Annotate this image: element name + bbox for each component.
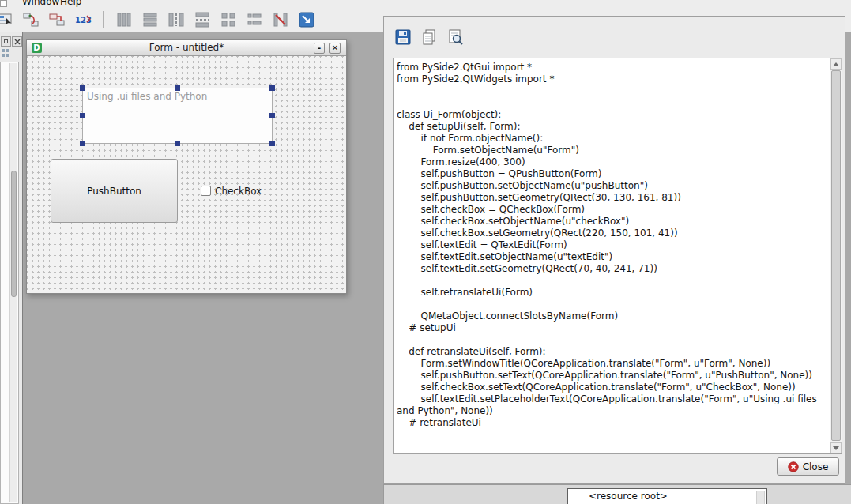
edit-buddies-button[interactable]	[47, 10, 66, 29]
checkbox-indicator[interactable]	[201, 186, 211, 196]
break-layout-icon	[272, 11, 289, 28]
layout-splitter-horizontal-button[interactable]	[167, 10, 186, 29]
widget-box-scrollbar-thumb[interactable]	[11, 171, 17, 297]
find-button[interactable]	[446, 28, 465, 47]
menu-window[interactable]: Window	[22, 0, 59, 7]
menu-corner-icon	[0, 0, 7, 7]
layout-horizontal-icon	[115, 11, 133, 28]
close-red-icon	[788, 461, 799, 472]
form-window-title: Form - untitled*	[27, 42, 346, 53]
layout-grid-button[interactable]	[219, 10, 238, 29]
form-minimize-button[interactable]: -	[314, 43, 325, 54]
form-canvas[interactable]: Using .ui files and Python PushButton Ch…	[27, 56, 346, 293]
selection-handle-middle-left[interactable]	[80, 113, 85, 118]
layout-splitter-vertical-icon	[194, 11, 211, 28]
edit-widgets-button[interactable]	[0, 10, 14, 29]
toolbar-separator	[103, 11, 104, 28]
widget-box-icon	[2, 49, 10, 58]
textedit-placeholder: Using .ui files and Python	[83, 88, 272, 104]
layout-form-button[interactable]	[245, 10, 264, 29]
copy-icon	[420, 28, 438, 46]
edit-signals-slots-button[interactable]	[21, 10, 40, 29]
close-icon	[14, 39, 21, 45]
arrow-down-icon	[833, 446, 839, 450]
dock-close-button[interactable]	[12, 36, 22, 47]
qt-designer-screen: Window Help	[0, 0, 851, 504]
widget-box-scrollbar[interactable]	[9, 63, 17, 502]
close-button-label: Close	[803, 461, 829, 472]
textedit-widget[interactable]: Using .ui files and Python	[82, 88, 273, 144]
layout-vertical-icon	[141, 11, 159, 28]
resource-tree-scrollbar[interactable]	[756, 491, 765, 504]
layout-vertical-button[interactable]	[141, 10, 160, 29]
save-button[interactable]	[393, 28, 412, 47]
menu-help[interactable]: Help	[60, 0, 81, 7]
layout-splitter-horizontal-icon	[168, 11, 185, 28]
layout-horizontal-button[interactable]	[115, 10, 134, 29]
layout-grid-icon	[220, 11, 237, 28]
dock-float-button[interactable]	[1, 36, 11, 47]
selection-handle-top-left[interactable]	[80, 85, 85, 91]
edit-widgets-icon	[0, 11, 13, 28]
layout-splitter-vertical-button[interactable]	[193, 10, 212, 29]
selection-handle-top-middle[interactable]	[175, 85, 180, 91]
resource-root-item[interactable]: <resource root>	[568, 489, 766, 502]
save-icon	[394, 28, 412, 46]
form-window-titlebar[interactable]: D Form - untitled* - ✕	[27, 40, 346, 56]
selection-handle-bottom-middle[interactable]	[175, 141, 180, 146]
close-button[interactable]: Close	[777, 457, 839, 476]
float-icon	[4, 39, 8, 43]
code-vertical-scrollbar[interactable]	[830, 58, 842, 453]
edit-buddies-icon	[48, 11, 66, 28]
find-icon	[446, 28, 464, 46]
copy-button[interactable]	[420, 28, 439, 47]
edit-tab-order-icon: 123	[74, 11, 92, 28]
checkbox-label: CheckBox	[215, 186, 262, 197]
main-toolbar: 123	[0, 9, 316, 31]
checkbox-widget[interactable]: CheckBox	[201, 175, 281, 207]
adjust-size-button[interactable]	[297, 10, 316, 29]
layout-form-icon	[246, 11, 263, 28]
selection-handle-bottom-right[interactable]	[269, 141, 275, 146]
code-view[interactable]: from PySide2.QtGui import * from PySide2…	[393, 58, 842, 454]
left-dock	[0, 32, 22, 504]
adjust-size-icon	[298, 11, 315, 28]
widget-box-panel	[0, 62, 19, 504]
scroll-up-button[interactable]	[830, 58, 842, 70]
break-layout-button[interactable]	[271, 10, 290, 29]
pushbutton-widget[interactable]: PushButton	[51, 159, 178, 223]
selection-handle-middle-right[interactable]	[269, 113, 275, 118]
resource-editor-panel: <resource root>	[383, 484, 851, 504]
pushbutton-label: PushButton	[87, 186, 141, 197]
form-window: D Form - untitled* - ✕ Using .ui files a…	[26, 39, 347, 294]
selection-handle-top-right[interactable]	[269, 85, 275, 91]
code-text: from PySide2.QtGui import * from PySide2…	[394, 58, 842, 432]
arrow-up-icon	[833, 62, 839, 66]
edit-signals-slots-icon	[22, 11, 40, 28]
code-preview-dialog: from PySide2.QtGui import * from PySide2…	[383, 16, 845, 484]
menubar: Window Help	[0, 0, 851, 9]
form-close-button[interactable]: ✕	[329, 43, 341, 54]
scrollbar-thumb[interactable]	[831, 70, 841, 441]
selection-handle-bottom-left[interactable]	[80, 141, 85, 146]
code-dialog-toolbar	[393, 28, 465, 47]
edit-tab-order-button[interactable]: 123	[73, 10, 92, 29]
resource-tree: <resource root>	[567, 488, 767, 504]
scroll-down-button[interactable]	[830, 442, 842, 453]
